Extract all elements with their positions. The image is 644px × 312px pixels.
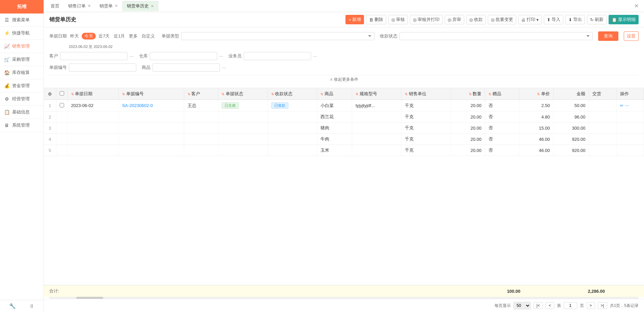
col-doc-no[interactable]: ⇅ 单据编号 (118, 88, 184, 100)
page-title: 销货单历史 (49, 16, 76, 23)
export-button[interactable]: ⬇ 导出 (565, 15, 585, 24)
col-customer[interactable]: ⇅ 客户 (184, 88, 218, 100)
col-sales-unit[interactable]: ⇅ 销售单位 (401, 88, 451, 100)
cell-actions-1 (616, 111, 644, 123)
cell-checkbox-2[interactable] (56, 123, 67, 134)
doc-type-select[interactable] (181, 32, 374, 40)
tab-sales-history[interactable]: 销货单历史 ✕ (122, 1, 158, 11)
tab-home[interactable]: 首页 (47, 1, 63, 11)
col-customer-sort-icon: ⇅ (188, 92, 190, 96)
sidebar: 拓维 ☰ 搜索菜单 ⚡ 快捷导航 📈 销售管理 🛒 采购管理 🏠 库存核算 💰 … (0, 0, 44, 312)
cell-checkbox-1[interactable] (56, 111, 67, 123)
date-7days[interactable]: 近7天 (97, 33, 111, 40)
sidebar-item-purchase-mgmt[interactable]: 🛒 采购管理 (0, 53, 44, 66)
print-icon: 🖨 (521, 17, 526, 22)
col-gift[interactable]: ⇅ 赠品 (485, 88, 519, 100)
cell-doc-no-2[interactable] (118, 123, 184, 134)
last-page-btn[interactable]: >| (598, 302, 607, 309)
cell-doc-no-3[interactable] (118, 134, 184, 145)
sidebar-settings-icon[interactable]: 🔧 (9, 303, 16, 309)
sidebar-item-operation[interactable]: ⚙ 经营管理 (0, 93, 44, 106)
doc-no-link-0[interactable]: SA-20230602-0 (122, 103, 153, 108)
pagination: 每页显示 50 100 200 |< < 第 页 > >| 共1页，5条记录 (44, 299, 644, 312)
col-spec[interactable]: ⇅ 规格型号 (352, 88, 401, 100)
prev-page-btn[interactable]: < (545, 302, 554, 309)
show-detail-button[interactable]: 📋 显示明细 (609, 15, 639, 24)
tab-sales-delivery-close[interactable]: ✕ (115, 4, 118, 8)
staff-input[interactable] (244, 52, 311, 60)
warehouse-browse-btn[interactable]: ··· (219, 53, 223, 59)
date-yesterday[interactable]: 昨天 (69, 33, 80, 40)
col-doc-date[interactable]: ⇅ 单据日期 (67, 88, 118, 100)
abandon-button[interactable]: ◎ 弃审 (445, 15, 464, 24)
batch-change-button[interactable]: ◎ 批量变更 (488, 15, 516, 24)
col-quantity[interactable]: ⇅ 数量 (451, 88, 485, 100)
settings-button[interactable]: 设置 (624, 31, 639, 41)
col-doc-status[interactable]: ⇅ 单据状态 (218, 88, 268, 100)
col-product-sort-icon: ⇅ (320, 92, 323, 96)
customer-browse-btn[interactable]: ··· (130, 53, 134, 59)
window-close-btn[interactable]: ✕ (632, 3, 641, 9)
select-all-checkbox[interactable] (60, 91, 64, 96)
sidebar-item-quick-nav[interactable]: ⚡ 快捷导航 (0, 27, 44, 40)
import-button[interactable]: ⬆ 导入 (544, 15, 563, 24)
page-size-select[interactable]: 50 100 200 (513, 302, 531, 309)
refresh-button[interactable]: ↻ 刷新 (587, 15, 607, 24)
sidebar-item-sales-mgmt[interactable]: 📈 销售管理 (0, 40, 44, 53)
cell-amount-1: 96.00 (554, 111, 589, 123)
tab-sales-order[interactable]: 销售订单 ✕ (64, 1, 95, 11)
date-1month[interactable]: 近1月 (112, 33, 126, 40)
cell-checkbox-3[interactable] (56, 134, 67, 145)
col-unit-price[interactable]: ⇅ 单价 (519, 88, 553, 100)
audit-button[interactable]: ◎ 审核 (388, 15, 408, 24)
date-more[interactable]: 更多 (128, 33, 139, 40)
date-custom[interactable]: 自定义 (140, 33, 156, 40)
tab-sales-history-close[interactable]: ✕ (151, 4, 154, 8)
date-today[interactable]: 今天 (82, 33, 96, 40)
cell-product-4: 玉米 (317, 145, 352, 156)
page-number-input[interactable] (564, 302, 577, 309)
sidebar-pause-icon[interactable]: ⏸ (29, 303, 34, 309)
cell-checkbox-4[interactable] (56, 145, 67, 156)
col-payment-status[interactable]: ⇅ 收款状态 (268, 88, 317, 100)
warehouse-input[interactable] (150, 52, 217, 60)
next-page-btn[interactable]: > (587, 302, 595, 309)
cell-doc-no-1[interactable] (118, 111, 184, 123)
audit-print-button[interactable]: ◎ 审核并打印 (410, 15, 443, 24)
query-button[interactable]: 查询 (598, 31, 618, 41)
col-product[interactable]: ⇅ 商品 (317, 88, 352, 100)
sidebar-item-inventory[interactable]: 🏠 库存核算 (0, 66, 44, 79)
add-button[interactable]: + 新增 (345, 15, 364, 24)
more-btn-0[interactable]: ⋯ (625, 103, 629, 108)
first-page-btn[interactable]: |< (533, 302, 543, 309)
collect-button[interactable]: ◎ 收款 (466, 15, 486, 24)
doc-no-input[interactable] (69, 63, 136, 72)
page-size-label: 每页显示 (495, 303, 511, 309)
tab-sales-delivery[interactable]: 销货单 ✕ (95, 1, 122, 11)
sidebar-item-search-menu[interactable]: ☰ 搜索菜单 (0, 14, 44, 27)
cell-gift-3: 否 (485, 134, 519, 145)
doc-type-label: 单据类型 (162, 33, 179, 39)
delete-button[interactable]: 🗑 删除 (366, 15, 386, 24)
col-settings[interactable]: ⚙ (44, 88, 56, 100)
tab-sales-order-close[interactable]: ✕ (88, 4, 91, 8)
cell-transaction-0 (589, 100, 616, 111)
summary-label: 合计: (49, 288, 59, 294)
product-browse-btn[interactable]: ··· (222, 65, 226, 70)
product-input[interactable] (152, 63, 220, 72)
cell-doc-no-0[interactable]: SA-20230602-0 (118, 100, 184, 111)
cell-doc-no-4[interactable] (118, 145, 184, 156)
cell-payment-status-4 (268, 145, 317, 156)
payment-status-select[interactable] (399, 32, 593, 40)
customer-input[interactable] (60, 52, 128, 60)
staff-browse-btn[interactable]: ··· (313, 53, 317, 59)
sidebar-item-basic-info[interactable]: 📋 基础信息 (0, 106, 44, 119)
sidebar-item-finance[interactable]: 💰 资金管理 (0, 79, 44, 93)
col-settings-icon[interactable]: ⚙ (48, 92, 52, 97)
edit-btn-0[interactable]: ✏ (620, 103, 623, 108)
sidebar-item-system-mgmt[interactable]: 🖥 系统管理 (0, 119, 44, 132)
cell-checkbox-0[interactable] (56, 100, 67, 111)
col-doc-no-sort-icon: ⇅ (122, 92, 125, 96)
collapse-btn[interactable]: ∧ 收起更多条件 (49, 75, 639, 84)
print-button[interactable]: 🖨 打印 ▾ (518, 15, 542, 24)
